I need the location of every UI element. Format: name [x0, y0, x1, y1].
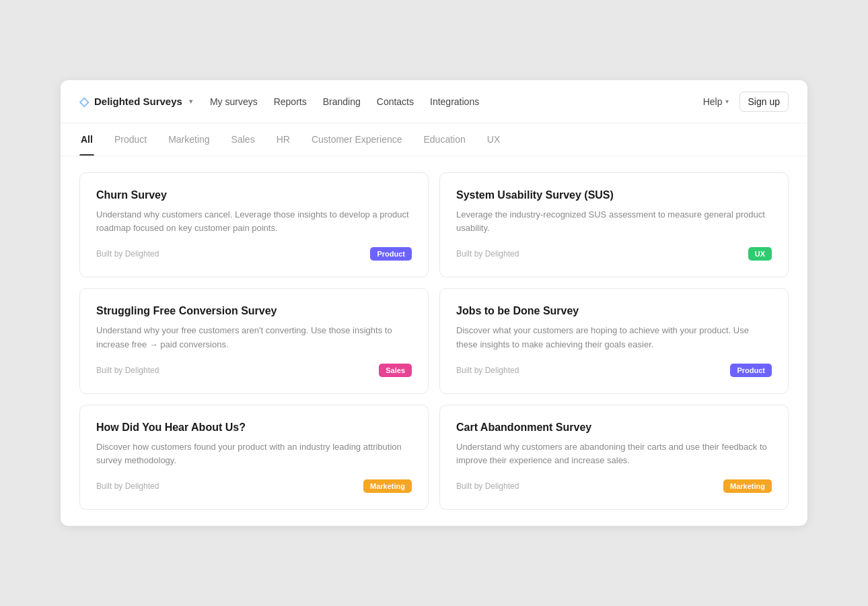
- built-by-label: Built by Delighted: [456, 481, 519, 491]
- nav-integrations[interactable]: Integrations: [429, 94, 480, 110]
- survey-grid: Churn Survey Understand why customers ca…: [61, 156, 807, 526]
- help-chevron-icon: ▾: [725, 98, 729, 105]
- survey-desc: Understand why your free customers aren'…: [96, 324, 412, 351]
- nav-branding[interactable]: Branding: [322, 94, 362, 110]
- survey-title: Cart Abandonment Survey: [456, 422, 772, 434]
- survey-tag: Product: [370, 247, 412, 261]
- brand-icon: ◇: [79, 94, 89, 109]
- survey-title: How Did You Hear About Us?: [96, 422, 412, 434]
- survey-card[interactable]: System Usability Survey (SUS) Leverage t…: [439, 172, 789, 277]
- help-button[interactable]: Help ▾: [703, 96, 729, 107]
- built-by-label: Built by Delighted: [96, 249, 159, 259]
- survey-tag: Marketing: [363, 479, 412, 493]
- tab-product[interactable]: Product: [113, 123, 148, 156]
- survey-title: Jobs to be Done Survey: [456, 305, 772, 317]
- navbar: ◇ Delighted Surveys ▾ My surveys Reports…: [61, 80, 807, 123]
- brand[interactable]: ◇ Delighted Surveys ▾: [79, 94, 192, 109]
- navbar-right: Help ▾ Sign up: [703, 92, 789, 112]
- nav-contacts[interactable]: Contacts: [375, 94, 415, 110]
- tab-cx[interactable]: Customer Experience: [310, 123, 404, 156]
- survey-title: Struggling Free Conversion Survey: [96, 305, 412, 317]
- tab-marketing[interactable]: Marketing: [167, 123, 211, 156]
- survey-footer: Built by Delighted Product: [96, 247, 412, 261]
- survey-footer: Built by Delighted Product: [456, 364, 772, 377]
- survey-footer: Built by Delighted Marketing: [96, 479, 412, 493]
- survey-footer: Built by Delighted Sales: [96, 364, 412, 377]
- survey-desc: Understand why customers are abandoning …: [456, 440, 772, 467]
- tab-sales[interactable]: Sales: [230, 123, 256, 156]
- survey-card[interactable]: Struggling Free Conversion Survey Unders…: [79, 288, 429, 393]
- nav-reports[interactable]: Reports: [273, 94, 308, 110]
- survey-tag: UX: [748, 247, 772, 261]
- survey-footer: Built by Delighted Marketing: [456, 479, 772, 493]
- help-label: Help: [703, 96, 723, 107]
- survey-tag: Marketing: [723, 479, 772, 493]
- tab-all[interactable]: All: [79, 123, 94, 156]
- survey-card[interactable]: Cart Abandonment Survey Understand why c…: [439, 405, 789, 510]
- built-by-label: Built by Delighted: [96, 366, 159, 375]
- survey-tag: Product: [730, 364, 772, 377]
- survey-desc: Understand why customers cancel. Leverag…: [96, 208, 412, 235]
- survey-footer: Built by Delighted UX: [456, 247, 772, 261]
- signup-button[interactable]: Sign up: [739, 92, 789, 112]
- brand-name: Delighted Surveys: [94, 96, 182, 107]
- navbar-links: My surveys Reports Branding Contacts Int…: [209, 94, 687, 110]
- survey-desc: Discover how customers found your produc…: [96, 440, 412, 467]
- survey-card[interactable]: Churn Survey Understand why customers ca…: [79, 172, 429, 277]
- tab-education[interactable]: Education: [423, 123, 467, 156]
- survey-desc: Leverage the industry-recognized SUS ass…: [456, 208, 772, 235]
- tab-ux[interactable]: UX: [486, 123, 501, 156]
- survey-card[interactable]: How Did You Hear About Us? Discover how …: [79, 405, 429, 510]
- built-by-label: Built by Delighted: [456, 249, 519, 259]
- built-by-label: Built by Delighted: [96, 481, 159, 491]
- brand-chevron-icon: ▾: [189, 98, 192, 105]
- tabs-bar: All Product Marketing Sales HR Customer …: [61, 123, 807, 156]
- survey-title: Churn Survey: [96, 189, 412, 201]
- built-by-label: Built by Delighted: [456, 366, 519, 375]
- nav-my-surveys[interactable]: My surveys: [209, 94, 259, 110]
- survey-desc: Discover what your customers are hoping …: [456, 324, 772, 351]
- tab-hr[interactable]: HR: [275, 123, 291, 156]
- app-container: ◇ Delighted Surveys ▾ My surveys Reports…: [61, 80, 807, 526]
- survey-tag: Sales: [379, 364, 412, 377]
- survey-card[interactable]: Jobs to be Done Survey Discover what you…: [439, 288, 789, 393]
- survey-title: System Usability Survey (SUS): [456, 189, 772, 201]
